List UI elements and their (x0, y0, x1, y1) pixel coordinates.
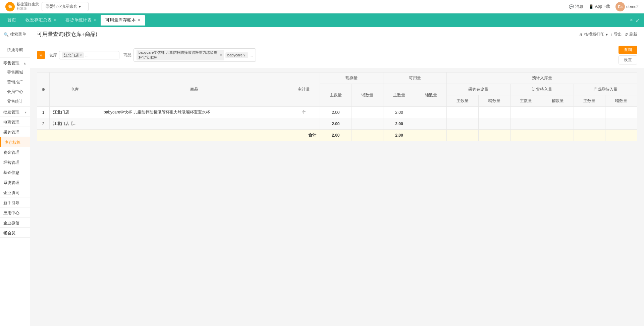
top-bar: 畅 畅捷通好生意 标准版 母婴行业演示账套 ▾ 💬 消息 📱 App下载 Ea … (0, 0, 644, 13)
th-purchase-main: 主数量 (447, 95, 479, 107)
sidebar-item-quick-nav[interactable]: 快捷导航 (0, 45, 30, 55)
sidebar-section-enterprise-header[interactable]: 企业协同 (0, 187, 30, 197)
sidebar-section-basic-header[interactable]: 基础信息 (0, 167, 30, 177)
user-menu[interactable]: Ea demo2 (615, 2, 639, 11)
row1-purchase-main (447, 107, 479, 118)
operations-section-label: 经营管理 (3, 160, 19, 166)
sidebar-section-apps-header[interactable]: 应用中心 (0, 207, 30, 217)
product-tag-close[interactable]: × (220, 53, 222, 57)
tab-order-stats[interactable]: 要货单统计表 × (61, 15, 101, 26)
filter-setting-btn[interactable]: 设置 (619, 55, 637, 64)
wechat-section-label: 企业微信 (3, 220, 19, 226)
sidebar-section-ecommerce-header[interactable]: 电商管理 (0, 117, 30, 127)
industry-label: 母婴行业演示账套 (45, 4, 77, 9)
avatar: Ea (615, 2, 625, 11)
export-icon: ↑ (610, 32, 612, 37)
th-inbound-pending: 进货待入量 (510, 84, 574, 95)
filter-expand-btn[interactable]: » (37, 51, 45, 59)
tab-receipt-summary-label: 收发存汇总表 (25, 17, 52, 23)
tab-expand-icon[interactable]: ⤢ (636, 17, 640, 24)
sidebar-item-retail-member[interactable]: 会员中心 (0, 87, 30, 97)
warehouse-filter-tags[interactable]: 江北门店 × ... (59, 51, 119, 59)
warehouse-filter-label: 仓库 (49, 52, 57, 58)
summary-purchase-main (447, 130, 479, 141)
tab-receipt-summary-close[interactable]: × (54, 18, 56, 22)
summary-avail-aux (415, 130, 447, 141)
sidebar-section-wechat-header[interactable]: 企业微信 (0, 218, 30, 227)
search-menu-btn[interactable]: 🔍 搜索菜单 (3, 30, 27, 39)
tab-close-all-icon[interactable]: × (630, 17, 633, 23)
app-download-btn[interactable]: 📱 App下载 (589, 4, 610, 9)
summary-product-aux (605, 130, 637, 141)
sidebar-item-retail-promo[interactable]: 营销推广 (0, 77, 30, 87)
apps-section-label: 应用中心 (3, 210, 19, 216)
logo-area: 畅 畅捷通好生意 标准版 (5, 2, 39, 11)
tab-receipt-summary[interactable]: 收发存汇总表 × (21, 15, 61, 26)
quick-nav-label: 快捷导航 (7, 47, 23, 53)
logo-text-block: 畅捷通好生意 标准版 (17, 2, 39, 11)
row2-inbound-aux (542, 118, 574, 130)
industry-selector[interactable]: 母婴行业演示账套 ▾ (42, 2, 89, 11)
sidebar-section-enterprise: 企业协同 (0, 187, 30, 197)
tab-available-stock-close[interactable]: × (138, 18, 140, 22)
top-bar-right: 💬 消息 📱 App下载 Ea demo2 (569, 2, 639, 11)
row1-stock-aux (352, 107, 383, 118)
row1-avail-main: 2.00 (383, 107, 415, 118)
settings-icon[interactable]: ⚙ (41, 87, 46, 92)
th-settings[interactable]: ⚙ (37, 73, 50, 107)
sidebar-section-operations-header[interactable]: 经营管理 (0, 157, 30, 167)
sidebar-section-wechat: 企业微信 (0, 218, 30, 228)
message-btn[interactable]: 💬 消息 (569, 4, 583, 9)
product-filter-tags[interactable]: babycare学饮杯 儿童防摔防撞吸管杯重力球吸嘴杯宝宝水杯 × babyca… (133, 48, 256, 62)
sidebar-section-retail: 零售管理 ▲ 零售商城 营销推广 会员中心 零售统计 (0, 58, 30, 107)
row1-index: 1 (37, 107, 50, 118)
sidebar-section-vip-header[interactable]: 畅会员 (0, 228, 30, 237)
export-btn[interactable]: ↑ 导出 (610, 32, 622, 37)
sidebar-section-purchase-header[interactable]: 采购管理 (0, 127, 30, 137)
page-title: 可用量查询(按仓库+商品) (37, 31, 97, 38)
th-purchase-aux: 辅数量 (478, 95, 510, 107)
print-icon: 🖨 (579, 32, 583, 37)
tab-bar: 首页 收发存汇总表 × 要货单统计表 × 可用量库存账本 × × ⤢ (0, 13, 644, 27)
template-print-btn[interactable]: 🖨 按模板打印 ▾ (579, 32, 608, 37)
sidebar-item-retail-stats[interactable]: 零售统计 (0, 97, 30, 106)
sidebar-section-basic: 基础信息 (0, 167, 30, 177)
sidebar-section-finance-header[interactable]: 资金管理 (0, 147, 30, 157)
th-purchase-transit: 采购在途量 (447, 84, 510, 95)
summary-inbound-aux (542, 130, 574, 141)
tab-order-stats-close[interactable]: × (94, 18, 96, 22)
tab-order-stats-label: 要货单统计表 (65, 17, 92, 23)
wholesale-section-label: 批发管理 (3, 109, 19, 115)
product-filter-more[interactable]: ... (250, 53, 253, 57)
sidebar-item-retail-mall[interactable]: 零售商城 (0, 67, 30, 77)
tab-home[interactable]: 首页 (3, 15, 21, 26)
row2-avail-main: 2.00 (383, 118, 415, 130)
sidebar-section-inventory-header[interactable]: 库存核算 (0, 137, 30, 147)
sidebar-section-wholesale-header[interactable]: 批发管理 ▾ (0, 107, 30, 117)
row1-avail-aux (415, 107, 447, 118)
warehouse-filter-more[interactable]: ... (85, 53, 89, 57)
sidebar-section-newbie-header[interactable]: 新手引导 (0, 197, 30, 207)
row1-product-aux (605, 107, 637, 118)
summary-stock-aux (352, 130, 383, 141)
refresh-btn[interactable]: ↺ 刷新 (625, 32, 637, 37)
enterprise-section-label: 企业协同 (3, 190, 19, 196)
sidebar-section-purchase: 采购管理 (0, 127, 30, 137)
sidebar-section-finance: 资金管理 (0, 147, 30, 157)
row2-stock-aux (352, 118, 383, 130)
query-btn[interactable]: 查询 (619, 46, 637, 54)
filter-area: » 仓库 江北门店 × ... 商品 (30, 42, 644, 68)
row1-purchase-aux (478, 107, 510, 118)
sidebar-section-operations: 经营管理 (0, 157, 30, 167)
row1-product-main (574, 107, 605, 118)
row2-warehouse: 江北门店【... (50, 118, 100, 130)
sidebar-section-retail-header[interactable]: 零售管理 ▲ (0, 58, 30, 67)
th-inbound-main: 主数量 (510, 95, 542, 107)
sidebar-section-system-header[interactable]: 系统管理 (0, 177, 30, 187)
tab-available-stock[interactable]: 可用量库存账本 × (101, 15, 145, 26)
data-table: ⚙ 仓库 商品 主计量 现存量 (37, 72, 637, 141)
sidebar-section-vip: 畅会员 (0, 228, 30, 238)
ecommerce-section-label: 电商管理 (3, 120, 19, 125)
warehouse-filter-group: 仓库 江北门店 × ... (49, 51, 119, 59)
warehouse-tag-close[interactable]: × (80, 53, 82, 57)
